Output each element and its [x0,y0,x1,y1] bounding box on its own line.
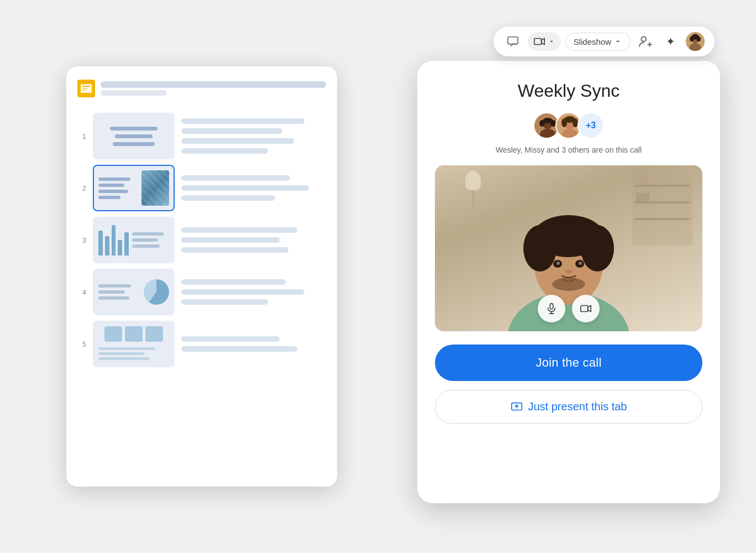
mic-icon [545,302,558,315]
video-controls [538,295,600,322]
join-call-button[interactable]: Join the call [435,345,702,381]
slide-thumb-3[interactable] [93,217,175,263]
chat-button[interactable] [502,31,523,52]
slide-row-3[interactable]: 3 [77,217,326,263]
present-tab-button[interactable]: Just present this tab [435,390,702,424]
svg-rect-44 [550,304,553,309]
pie-chart-slide4 [144,279,169,305]
participants-label: Wesley, Missy and 3 others are on this c… [496,145,642,154]
camera-icon [580,302,592,315]
slide-3-content [181,227,326,253]
slideshow-dropdown-icon [613,37,622,46]
participants-row: +3 [533,112,604,139]
mic-button[interactable] [538,295,565,322]
svg-rect-2 [82,86,90,87]
slide-5-content [181,336,326,352]
add-person-button[interactable] [635,31,656,52]
slide-number-5: 5 [77,340,86,348]
slide-number-4: 4 [77,288,86,296]
present-icon [511,401,523,413]
slide-row-2[interactable]: 2 [77,165,326,211]
slide2-image [141,170,169,206]
svg-rect-47 [581,306,588,312]
add-person-icon [638,34,653,49]
sparkle-button[interactable]: ✦ [660,32,680,51]
slide-thumb-2[interactable] [93,165,175,211]
slide-1-content [181,118,326,154]
svg-point-16 [692,34,699,38]
slideshow-button[interactable]: Slideshow [565,33,631,51]
slide-2-content [181,175,326,201]
slides-title-placeholder [101,81,326,88]
avatar-image [686,32,705,51]
svg-rect-5 [507,37,517,44]
user-avatar-toolbar[interactable] [685,31,706,52]
video-icon [533,35,545,48]
sparkle-icon: ✦ [666,35,675,48]
meeting-title: Weekly Sync [518,81,620,101]
svg-point-40 [556,262,560,265]
svg-point-41 [579,262,582,265]
camera-button[interactable] [572,295,600,322]
meet-panel: Weekly Sync [417,61,720,503]
slide-row-4[interactable]: 4 [77,269,326,315]
svg-point-42 [565,269,573,274]
slide-number-2: 2 [77,184,86,192]
svg-point-7 [641,36,646,41]
svg-rect-6 [534,39,541,45]
slideshow-label: Slideshow [574,37,611,46]
slides-subtitle-placeholder [101,90,167,96]
toolbar: Slideshow ✦ [494,27,715,56]
svg-rect-3 [82,88,88,89]
video-dropdown-icon [548,38,555,45]
slide-number-1: 1 [77,132,86,140]
svg-point-43 [552,278,585,291]
svg-point-37 [553,220,584,242]
slide-number-3: 3 [77,236,86,244]
slides-app-icon [77,80,95,97]
svg-point-27 [561,118,567,127]
present-tab-label: Just present this tab [528,400,627,413]
lamp-decoration [465,171,481,207]
slide-thumb-5[interactable] [93,321,175,367]
video-button[interactable] [528,32,561,51]
slide-thumb-1[interactable] [93,113,175,159]
chat-icon [507,35,519,48]
slide-row-5[interactable]: 5 [77,321,326,367]
slides-header [77,80,326,103]
participant-count-badge: +3 [578,112,604,139]
slide-list: 1 2 [77,113,326,367]
svg-point-21 [539,120,545,127]
video-preview [435,165,702,331]
slide-4-content [181,279,326,305]
svg-rect-4 [82,90,87,91]
slide-thumb-4[interactable] [93,269,175,315]
slide-row-1[interactable]: 1 [77,113,326,159]
slides-panel: 1 2 [66,66,337,487]
